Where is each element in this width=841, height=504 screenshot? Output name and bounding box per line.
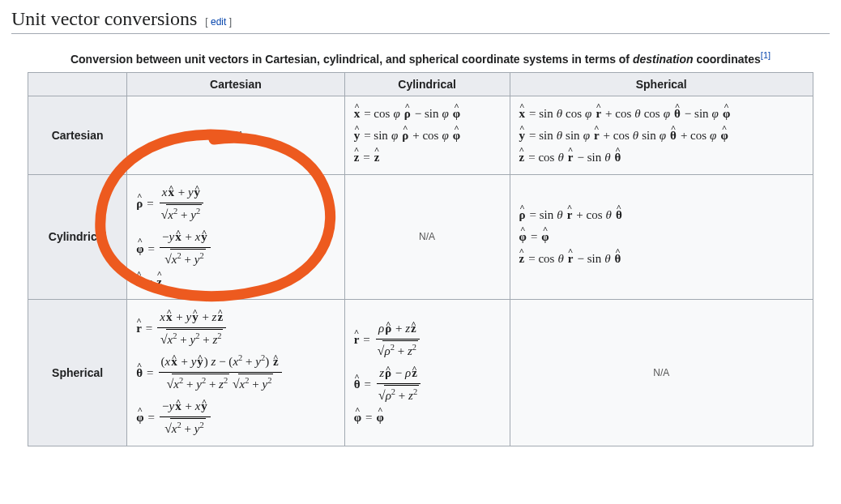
section-title: Unit vector conversions — [11, 8, 197, 30]
cell-na: N/A — [510, 299, 813, 446]
row-header-cylindrical: Cylindrical — [28, 175, 127, 299]
col-header-cylindrical: Cylindrical — [344, 73, 510, 96]
table-row: Cartesian N/A x = cos φρ − sin φφ y = si… — [28, 96, 813, 175]
cell-cart-to-cyl: x = cos φρ − sin φφ y = sin φρ + cos φφ … — [344, 96, 510, 175]
caption-prefix: Conversion between unit vectors in Carte… — [70, 53, 633, 66]
section-header: Unit vector conversions [ edit ] — [11, 8, 830, 34]
cell-cyl-to-sph: ρ = sin θr + cos θθ φ = φ z = cos θr − s… — [510, 175, 813, 299]
cell-sph-to-cyl: r = ρρ + zz ρ2 + z2 θ = zρ − ρz ρ2 + z2 … — [344, 299, 510, 446]
caption-suffix: coordinates — [694, 53, 761, 66]
cell-cart-to-sph: x = sin θ cos φr + cos θ cos φθ − sin φφ… — [510, 96, 813, 175]
cell-na: N/A — [127, 96, 344, 175]
col-header-spherical: Spherical — [510, 73, 813, 96]
col-header-cartesian: Cartesian — [127, 73, 344, 96]
cell-cyl-to-cart: ρ = xx + yy x2 + y2 φ = −yx + xy x2 + y2… — [127, 175, 344, 299]
table-caption: Conversion between unit vectors in Carte… — [28, 49, 813, 67]
table-row: Spherical r = xx + yy + zz x2 + y2 + z2 … — [28, 299, 813, 446]
cell-sph-to-cart: r = xx + yy + zz x2 + y2 + z2 θ = (xx + … — [127, 299, 344, 446]
caption-dest: destination — [633, 53, 694, 66]
row-header-cartesian: Cartesian — [28, 96, 127, 175]
caption-ref[interactable]: [1] — [761, 50, 771, 60]
conversion-table: Cartesian Cylindrical Spherical Cartesia… — [28, 72, 813, 446]
edit-link-wrapper: [ edit ] — [205, 16, 232, 28]
edit-link[interactable]: edit — [211, 16, 226, 28]
corner-cell — [28, 73, 127, 96]
cell-na: N/A — [344, 175, 510, 299]
row-header-spherical: Spherical — [28, 299, 127, 446]
table-row: Cylindrical ρ = xx + yy x2 + y2 φ = −yx … — [28, 175, 813, 299]
